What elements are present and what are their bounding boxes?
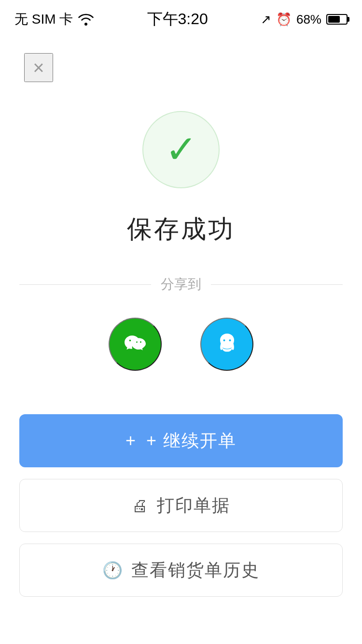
close-icon: × — [33, 58, 44, 77]
wechat-icon — [120, 329, 151, 360]
plus-icon: + — [125, 431, 137, 451]
share-label: 分享到 — [161, 275, 201, 294]
success-icon-wrapper: ✓ — [142, 111, 220, 188]
main-content: × ✓ 保存成功 分享到 — [0, 39, 362, 644]
carrier-label: 无 SIM 卡 — [14, 10, 73, 28]
print-button[interactable]: 🖨 打印单据 — [19, 479, 343, 532]
divider-line-right — [211, 284, 343, 285]
print-icon: 🖨 — [132, 496, 149, 515]
time-display: 下午3:20 — [147, 9, 208, 30]
close-button[interactable]: × — [24, 53, 53, 82]
share-icons-row — [109, 318, 253, 371]
location-icon: ↗ — [261, 12, 271, 27]
qq-icon — [211, 329, 243, 360]
battery-icon — [326, 14, 348, 25]
action-buttons: + + 继续开单 🖨 打印单据 🕐 查看销货单历史 — [19, 414, 343, 597]
wechat-share-button[interactable] — [109, 318, 162, 371]
print-label: 打印单据 — [157, 494, 230, 518]
history-label: 查看销货单历史 — [131, 559, 260, 582]
share-divider: 分享到 — [19, 275, 343, 294]
history-button[interactable]: 🕐 查看销货单历史 — [19, 544, 343, 597]
status-right: ↗ ⏰ 68% — [261, 12, 348, 27]
continue-button[interactable]: + + 继续开单 — [19, 414, 343, 467]
qq-share-button[interactable] — [200, 318, 253, 371]
divider-line-left — [19, 284, 151, 285]
alarm-icon: ⏰ — [276, 12, 292, 27]
wifi-icon — [78, 13, 94, 26]
success-title: 保存成功 — [127, 212, 235, 246]
status-bar: 无 SIM 卡 下午3:20 ↗ ⏰ 68% — [0, 0, 362, 39]
success-checkmark-icon: ✓ — [165, 130, 197, 169]
history-icon: 🕐 — [102, 560, 124, 580]
battery-pct: 68% — [296, 12, 321, 27]
share-section: 分享到 — [19, 275, 343, 400]
status-left: 无 SIM 卡 — [14, 10, 94, 28]
continue-label: + 继续开单 — [146, 429, 237, 453]
